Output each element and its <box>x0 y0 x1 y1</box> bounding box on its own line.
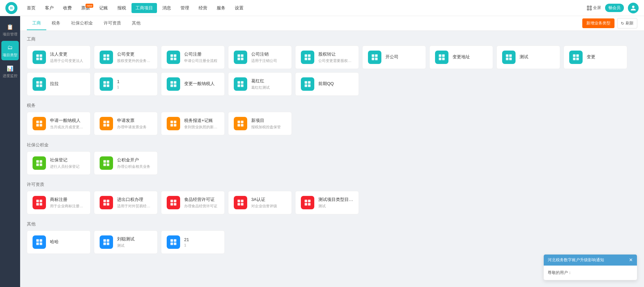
cards-grid: 申请一般纳税人 当月或次月成变更完成 申请发票 办理申请发票业务 <box>27 112 637 135</box>
card-item[interactable]: 变更地址 <box>429 46 493 69</box>
svg-rect-71 <box>174 124 176 127</box>
cards-grid: 哈哈 刘聪测试 测试 <box>27 230 637 254</box>
svg-rect-32 <box>506 54 508 57</box>
svg-rect-85 <box>40 200 42 202</box>
logo[interactable] <box>5 2 17 14</box>
svg-rect-44 <box>103 81 106 84</box>
card-item[interactable]: 申请一般纳税人 当月或次月成变更完成 <box>27 112 91 135</box>
nav-item-客户[interactable]: 客户 <box>41 3 58 13</box>
card-item[interactable]: 股权转让 公司变更需要股权转让 <box>295 46 359 69</box>
nav-item-设置[interactable]: 设置 <box>231 3 248 13</box>
nav-right: 全屏 畅会员 <box>587 3 639 13</box>
svg-rect-31 <box>442 58 445 60</box>
vip-button[interactable]: 畅会员 <box>605 4 624 12</box>
nav-item-首页[interactable]: 首页 <box>23 3 40 13</box>
sub-tab-其他[interactable]: 其他 <box>126 17 146 30</box>
card-item[interactable]: 拉拉 <box>27 72 91 96</box>
nav-item-票据[interactable]: 票据new <box>77 3 94 13</box>
sub-tab-社保公积金[interactable]: 社保公积金 <box>66 17 98 30</box>
refresh-button[interactable]: ↻ 刷新 <box>617 18 637 28</box>
card-info: 进出口权办理 适用于对外贸易经营者 <box>117 197 152 209</box>
card-info: 新项目 报税加税控盘保管 <box>251 118 286 130</box>
card-item[interactable]: 测试 <box>496 46 560 69</box>
sidebar-item-进度监控[interactable]: 📊进度监控 <box>1 62 19 81</box>
card-item[interactable]: 前期QQ <box>295 72 359 96</box>
card-name: 拉拉 <box>50 81 85 87</box>
card-item[interactable]: 公司注销 适用于注销公司 <box>228 46 292 69</box>
card-svg-icon <box>237 120 244 127</box>
sidebar-item-项目管理[interactable]: 📋项目管理 <box>1 20 19 40</box>
avatar[interactable] <box>628 3 639 13</box>
sub-tab-许可资质[interactable]: 许可资质 <box>98 17 126 30</box>
card-icon <box>33 117 46 130</box>
sub-tab-税务[interactable]: 税务 <box>46 17 66 30</box>
nav-item-收费[interactable]: 收费 <box>59 3 76 13</box>
svg-rect-16 <box>237 54 240 57</box>
card-item[interactable]: 变更 <box>564 46 627 69</box>
nav-item-报税[interactable]: 报税 <box>113 3 130 13</box>
card-item[interactable]: 商标注册 用于企业商标注册服务 <box>27 191 91 214</box>
nav-item-经营[interactable]: 经营 <box>195 3 211 13</box>
svg-rect-89 <box>107 200 109 202</box>
card-item[interactable]: 变更一般纳税人 <box>161 72 225 96</box>
nav-item-管理[interactable]: 管理 <box>176 3 193 13</box>
sub-tab-工商[interactable]: 工商 <box>27 17 46 30</box>
card-desc: 对企业信誉评级 <box>251 204 286 209</box>
svg-rect-93 <box>174 200 176 202</box>
card-item[interactable]: 公积金开户 办理公积金相关业务 <box>94 151 158 175</box>
card-item[interactable]: 食品经营许可证 办理食品经营许可证 <box>161 191 225 214</box>
fullscreen-btn[interactable]: 全屏 <box>587 5 601 11</box>
svg-rect-28 <box>439 54 441 57</box>
svg-rect-84 <box>36 200 39 202</box>
nav-item-记账[interactable]: 记账 <box>95 3 112 13</box>
sidebar-item-项目类型[interactable]: 🗂项目类型 <box>1 41 19 60</box>
svg-rect-36 <box>573 54 576 57</box>
nav-item-消息[interactable]: 消息 <box>158 3 175 13</box>
svg-rect-107 <box>40 242 42 245</box>
card-info: 食品经营许可证 办理食品经营许可证 <box>184 197 219 209</box>
card-desc: 测试 <box>117 243 152 248</box>
new-type-button[interactable]: 新增业务类型 <box>582 18 614 28</box>
notification-close-button[interactable]: ✕ <box>629 257 633 263</box>
card-item[interactable]: 测试项目类型目定义 测试 <box>295 191 359 214</box>
nav-item-服务[interactable]: 服务 <box>213 3 229 13</box>
svg-rect-10 <box>103 58 106 60</box>
card-item[interactable]: 21 1 <box>161 230 225 254</box>
svg-rect-57 <box>308 81 311 84</box>
card-desc: 公司变更需要股权转让 <box>318 58 353 63</box>
card-item[interactable]: 进出口权办理 适用于对外贸易经营者 <box>94 191 158 214</box>
card-item[interactable]: 3A认证 对企业信誉评级 <box>228 191 292 214</box>
svg-rect-90 <box>103 203 106 206</box>
card-svg-icon <box>304 80 311 88</box>
sidebar-label: 项目类型 <box>3 53 17 58</box>
card-desc: 1 <box>184 243 219 247</box>
svg-rect-33 <box>509 54 512 57</box>
card-item[interactable]: 1 1 <box>94 72 158 96</box>
card-desc: 报税加税控盘保管 <box>251 125 286 130</box>
card-item[interactable]: 税务报道+记账 拿到营业执照的新公司 <box>161 112 225 135</box>
sub-tabs-bar: 工商税务社保公积金许可资质其他 新增业务类型 ↻ 刷新 <box>20 16 644 31</box>
svg-rect-72 <box>237 121 240 123</box>
card-item[interactable]: 公司变更 股权变更外的业务变更 <box>94 46 158 69</box>
svg-rect-45 <box>107 81 109 84</box>
svg-rect-23 <box>308 58 311 60</box>
card-item[interactable]: 新项目 报税加税控盘保管 <box>228 112 292 135</box>
card-item[interactable]: 开公司 <box>362 46 426 69</box>
card-info: 变更一般纳税人 <box>184 81 219 88</box>
card-item[interactable]: 社保登记 进行人员社保登记 <box>27 151 91 175</box>
svg-rect-49 <box>174 81 176 84</box>
svg-rect-54 <box>237 84 240 87</box>
card-item[interactable]: 葛红红 葛红红测试 <box>228 72 292 96</box>
nav-item-工商项目[interactable]: 工商项目 <box>131 3 157 13</box>
card-item[interactable]: 申请发票 办理申请发票业务 <box>94 112 158 135</box>
card-item[interactable]: 公司注册 申请公司注册全流程 <box>161 46 225 69</box>
svg-rect-4 <box>36 54 39 57</box>
card-item[interactable]: 哈哈 <box>27 230 91 254</box>
svg-rect-15 <box>174 58 176 60</box>
svg-rect-66 <box>103 124 106 127</box>
card-info: 哈哈 <box>50 239 85 246</box>
card-item[interactable]: 刘聪测试 测试 <box>94 230 158 254</box>
card-item[interactable]: 法人变更 适用于公司变更法人 <box>27 46 91 69</box>
card-info: 拉拉 <box>50 81 85 88</box>
card-icon <box>301 51 314 64</box>
